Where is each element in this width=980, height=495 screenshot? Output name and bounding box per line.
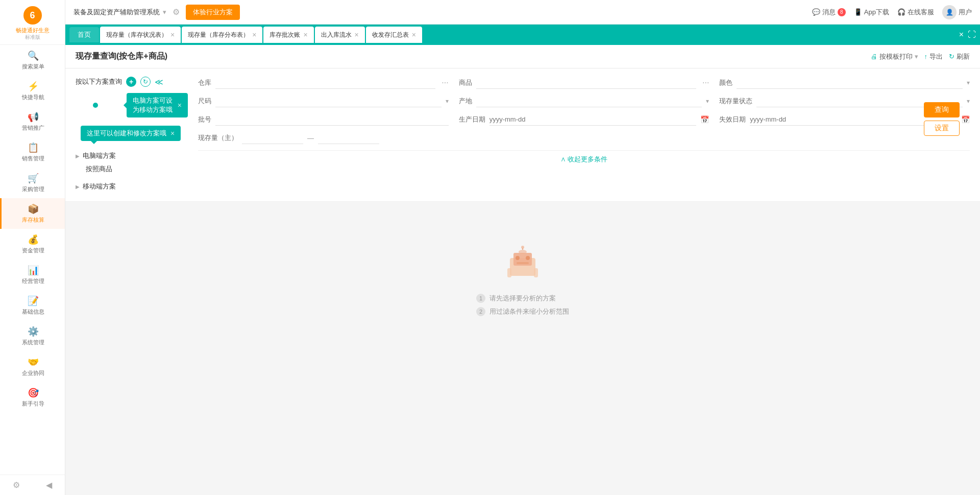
scheme-desktop-label: 电脑端方案 — [83, 151, 116, 160]
sidebar-item-system[interactable]: ⚙️ 系统管理 — [0, 321, 65, 351]
sidebar-item-basic[interactable]: 📝 基础信息 — [0, 290, 65, 321]
sidebar-item-newbie[interactable]: 🎯 新手引导 — [0, 382, 65, 413]
stock-row: 现存量（主） — — [198, 132, 970, 144]
color-select[interactable] — [737, 77, 963, 89]
stock-status-label: 现存量状态 — [719, 97, 752, 106]
system-dropdown-icon[interactable]: ▾ — [163, 8, 166, 16]
logo-text: 畅捷通好生意 标准版 — [16, 27, 50, 40]
svg-point-3 — [526, 256, 530, 260]
empty-tips: 1 请先选择要分析的方案 2 用过滤条件来缩小分析范围 — [476, 294, 569, 316]
notifications-btn[interactable]: 💬 消息 8 — [812, 8, 846, 17]
collapse-bar[interactable]: ∧ 收起更多条件 — [198, 150, 970, 168]
scheme-desktop-child[interactable]: 按照商品 — [86, 162, 188, 176]
headset-icon: 🎧 — [897, 8, 905, 16]
add-scheme-btn[interactable]: + — [126, 77, 136, 87]
logo-icon: 6 — [23, 6, 42, 25]
purchase-icon: 🛒 — [28, 173, 39, 184]
tab-home[interactable]: 首页 — [69, 27, 99, 42]
edit-tooltip-close[interactable]: × — [170, 129, 175, 137]
export-icon: ↑ — [924, 53, 928, 60]
export-btn[interactable]: ↑ 导出 — [924, 52, 943, 61]
color-dropdown-icon[interactable]: ▾ — [967, 79, 970, 86]
empty-illustration — [502, 243, 543, 284]
back-btn[interactable]: ≪ — [155, 77, 163, 87]
tip-text-1: 请先选择要分析的方案 — [489, 294, 556, 303]
tab-batch-account[interactable]: 库存批次账 × — [263, 27, 313, 43]
settings-bottom-icon[interactable]: ⚙ — [13, 480, 20, 490]
sidebar-item-purchase[interactable]: 🛒 采购管理 — [0, 168, 65, 198]
tab-close-icon[interactable]: × — [412, 31, 416, 39]
industry-btn[interactable]: 体验行业方案 — [186, 5, 240, 20]
refresh-btn[interactable]: ↻ 刷新 — [949, 52, 970, 61]
sidebar-item-operations[interactable]: 📊 经营管理 — [0, 260, 65, 290]
topbar-right: 💬 消息 8 📱 App下载 🎧 在线客服 👤 用户 — [812, 5, 972, 19]
stock-min-input[interactable] — [242, 132, 303, 144]
expiry-date-calendar-icon[interactable]: 📅 — [961, 115, 970, 124]
quick-nav-icon: ⚡ — [28, 81, 39, 92]
warehouse-dots-icon[interactable]: ··· — [442, 78, 448, 87]
production-date-input[interactable] — [489, 113, 697, 126]
stock-max-input[interactable] — [318, 132, 379, 144]
tab-fullscreen-icon[interactable]: ⛶ — [968, 30, 976, 39]
reset-btn[interactable]: 设置 — [924, 121, 960, 136]
settings-gear-icon[interactable]: ⚙ — [173, 7, 180, 17]
filter-color: 颜色 ▾ — [719, 77, 970, 89]
production-date-calendar-icon[interactable]: 📅 — [700, 115, 709, 124]
size-select[interactable] — [215, 95, 442, 107]
sidebar-item-finance[interactable]: 💰 资金管理 — [0, 229, 65, 260]
user-label: 用户 — [959, 8, 972, 17]
sidebar-item-sales[interactable]: 📋 销售管理 — [0, 137, 65, 168]
scheme-desktop[interactable]: ▶ 电脑端方案 — [76, 149, 188, 162]
tip-num-2: 2 — [476, 307, 485, 316]
print-dropdown-icon[interactable]: ▾ — [915, 53, 918, 60]
goods-dots-icon[interactable]: ··· — [702, 78, 709, 87]
sidebar-item-inventory[interactable]: 📦 库存核算 — [0, 198, 65, 229]
tab-close-icon[interactable]: × — [355, 31, 359, 39]
search-btn[interactable]: 查询 — [924, 102, 960, 117]
scheme-mobile[interactable]: ▶ 移动端方案 — [76, 180, 188, 193]
scheme-dot — [93, 103, 98, 108]
sidebar: 6 畅捷通好生意 标准版 🔍 搜索菜单 ⚡ 快捷导航 📢 营销推广 📋 销售管理… — [0, 0, 65, 495]
refresh-icon: ↻ — [949, 53, 954, 60]
online-service-label: 在线客服 — [908, 8, 934, 17]
sidebar-item-label: 系统管理 — [22, 339, 44, 346]
stock-status-dropdown-icon[interactable]: ▾ — [967, 98, 970, 105]
tab-close-icon[interactable]: × — [303, 31, 307, 39]
tab-close-icon[interactable]: × — [252, 31, 256, 39]
inventory-icon: 📦 — [28, 203, 39, 215]
warehouse-label: 仓库 — [198, 78, 211, 87]
sidebar-item-label: 库存核算 — [22, 216, 44, 224]
goods-label: 商品 — [459, 78, 472, 87]
sidebar-item-marketing[interactable]: 📢 营销推广 — [0, 106, 65, 137]
app-download-btn[interactable]: 📱 App下载 — [854, 8, 889, 17]
goods-input[interactable] — [476, 77, 696, 89]
tab-flow[interactable]: 出入库流水 × — [315, 27, 365, 43]
user-menu-btn[interactable]: 👤 用户 — [942, 5, 972, 19]
size-dropdown-icon[interactable]: ▾ — [446, 98, 449, 105]
tab-inventory-status[interactable]: 现存量（库存状况表） × — [100, 27, 181, 43]
print-btn[interactable]: 🖨 按模板打印 ▾ — [871, 52, 918, 61]
refresh-scheme-btn[interactable]: ↻ — [140, 77, 151, 87]
tab-close-all-icon[interactable]: × — [959, 30, 964, 39]
tab-inventory-dist[interactable]: 现存量（库存分布表） × — [182, 27, 262, 43]
expiry-date-label: 失效日期 — [719, 115, 746, 124]
sidebar-item-enterprise[interactable]: 🤝 企业协同 — [0, 351, 65, 382]
tabs-bar: 首页 现存量（库存状况表） × 现存量（库存分布表） × 库存批次账 × 出入库… — [65, 25, 980, 45]
online-service-btn[interactable]: 🎧 在线客服 — [897, 8, 934, 17]
collapse-sidebar-icon[interactable]: ◀ — [46, 480, 52, 490]
filter-warehouse: 仓库 ··· — [198, 77, 449, 89]
empty-tip-2: 2 用过滤条件来缩小分析范围 — [476, 307, 569, 316]
sidebar-item-quick-nav[interactable]: ⚡ 快捷导航 — [0, 76, 65, 106]
batch-num-input[interactable] — [215, 113, 449, 126]
tab-summary[interactable]: 收发存汇总表 × — [366, 27, 422, 43]
origin-dropdown-icon[interactable]: ▾ — [706, 98, 709, 105]
warehouse-input[interactable] — [215, 77, 435, 89]
origin-select[interactable] — [476, 95, 702, 107]
empty-tip-1: 1 请先选择要分析的方案 — [476, 294, 569, 303]
tab-close-icon[interactable]: × — [170, 31, 175, 39]
print-icon: 🖨 — [871, 53, 877, 60]
filter-batch-wrapper: 批号 — [198, 113, 449, 126]
scheme-tooltip-close[interactable]: × — [178, 101, 182, 109]
sidebar-item-search-menu[interactable]: 🔍 搜索菜单 — [0, 45, 65, 76]
newbie-icon: 🎯 — [28, 387, 39, 398]
